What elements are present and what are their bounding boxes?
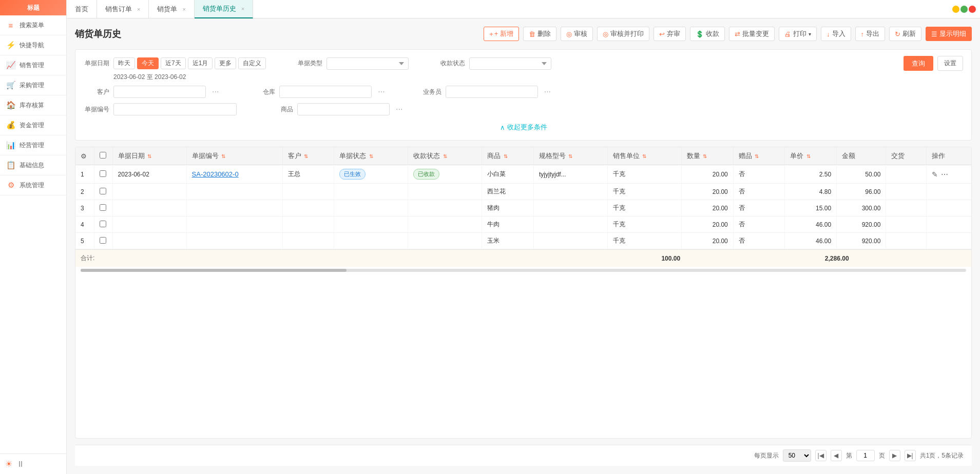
sidebar-item-operations[interactable]: 📊 经营管理 <box>0 135 66 155</box>
edit-icon[interactable]: ✎ <box>932 170 938 179</box>
more-conditions-label: 收起更多条件 <box>507 123 547 132</box>
row-checkbox[interactable] <box>94 165 112 184</box>
sidebar-item-quick-nav[interactable]: ⚡ 快捷导航 <box>0 35 66 55</box>
doc-no-cell[interactable]: SA-20230602-0 <box>186 165 282 184</box>
scrollbar-thumb[interactable] <box>81 269 347 272</box>
operations-label: 操作 <box>932 152 945 160</box>
warehouse-input[interactable] <box>279 86 372 98</box>
delete-button[interactable]: 🗑 删除 <box>523 27 556 41</box>
window-minimize-button[interactable] <box>952 6 959 13</box>
show-detail-button[interactable]: ☰ 显示明细 <box>926 27 972 41</box>
tab-sales-order[interactable]: 销售订单 × <box>97 0 149 18</box>
page-number-input[interactable] <box>856 450 875 461</box>
import-button[interactable]: ↓ 导入 <box>821 27 851 41</box>
batch-change-button[interactable]: ⇄ 批量变更 <box>729 27 775 41</box>
customer-col-header[interactable]: 客户 ⇅ <box>282 147 334 165</box>
salesperson-input[interactable] <box>446 86 538 98</box>
more-icon[interactable]: ⋯ <box>941 170 948 179</box>
warehouse-ellipsis[interactable]: ··· <box>378 87 385 96</box>
sidebar-item-search-menu[interactable]: ≡ 搜索菜单 <box>0 15 66 35</box>
sidebar-item-purchase-mgmt[interactable]: 🛒 采购管理 <box>0 75 66 95</box>
sidebar-item-inventory[interactable]: 🏠 库存核算 <box>0 95 66 115</box>
docno-input[interactable] <box>113 103 237 115</box>
date-btn-1month[interactable]: 近1月 <box>188 57 213 69</box>
export-button[interactable]: ↑ 导出 <box>855 27 886 41</box>
last-page-button[interactable]: ▶| <box>905 450 916 461</box>
row-checkbox[interactable] <box>94 184 112 200</box>
doc-no-col-header[interactable]: 单据编号 ⇅ <box>186 147 282 165</box>
customer-input[interactable] <box>113 86 206 98</box>
date-btn-yesterday[interactable]: 昨天 <box>113 57 135 69</box>
collect-status-cell <box>408 216 482 233</box>
unit-price-col-header[interactable]: 单价 ⇅ <box>785 147 837 165</box>
sidebar-item-label: 搜索菜单 <box>20 21 44 30</box>
audit-print-button[interactable]: ◎ 审核并打印 <box>597 27 649 41</box>
select-all-checkbox[interactable] <box>100 152 106 159</box>
filter-group-doctype: 单据类型 <box>297 57 409 70</box>
collect-status-col-header[interactable]: 收款状态 ⇅ <box>408 147 482 165</box>
prev-page-button[interactable]: ◀ <box>831 450 842 461</box>
sales-unit-cell: 千克 <box>608 184 682 200</box>
quantity-col-header[interactable]: 数量 ⇅ <box>682 147 734 165</box>
filter-area: 单据日期 昨天 今天 近7天 近1月 更多 自定义 单据类型 <box>75 49 972 141</box>
abandon-button[interactable]: ↩ 弃审 <box>654 27 686 41</box>
doc-date-col-header[interactable]: 单据日期 ⇅ <box>112 147 186 165</box>
tab-sales-goods[interactable]: 销货单 × <box>149 0 194 18</box>
doctype-select[interactable] <box>326 57 409 70</box>
tab-sales-history[interactable]: 销货单历史 × <box>195 0 253 18</box>
row-checkbox[interactable] <box>94 233 112 249</box>
data-table: ⚙ 单据日期 ⇅ 单据编号 ⇅ <box>75 147 971 249</box>
sidebar-bottom-icon2[interactable]: ⏸ <box>16 460 25 469</box>
tab-home[interactable]: 首页 <box>67 0 97 18</box>
sidebar-item-system-mgmt[interactable]: ⚙ 系统管理 <box>0 175 66 195</box>
sidebar-item-base-info[interactable]: 📋 基础信息 <box>0 155 66 175</box>
sales-unit-cell: 千克 <box>608 165 682 184</box>
date-btn-custom[interactable]: 自定义 <box>238 57 266 69</box>
sidebar-item-finance[interactable]: 💰 资金管理 <box>0 115 66 135</box>
sidebar-item-sales-mgmt[interactable]: 📈 销售管理 <box>0 55 66 75</box>
collect-status-select[interactable] <box>469 57 551 70</box>
customer-ellipsis[interactable]: ··· <box>212 87 219 96</box>
salesperson-ellipsis[interactable]: ··· <box>544 87 551 96</box>
settings-col-header[interactable]: ⚙ <box>75 147 94 165</box>
goods-col-header[interactable]: 商品 ⇅ <box>482 147 534 165</box>
next-page-button[interactable]: ▶ <box>889 450 900 461</box>
collect-status-cell <box>408 184 482 200</box>
collect-button[interactable]: 💲 收款 <box>690 27 725 41</box>
print-button[interactable]: 🖨 打印 ▾ <box>779 27 817 41</box>
date-btn-7days[interactable]: 近7天 <box>161 57 186 69</box>
tab-sales-history-close[interactable]: × <box>241 6 244 12</box>
settings-button[interactable]: 设置 <box>937 56 963 71</box>
horizontal-scrollbar[interactable] <box>75 267 971 274</box>
tab-sales-order-close[interactable]: × <box>137 6 140 12</box>
doc-status-cell: 已生效 <box>334 165 408 184</box>
goods-ellipsis[interactable]: ··· <box>396 105 402 114</box>
per-page-select[interactable]: 50 100 <box>783 449 811 462</box>
table-settings-icon[interactable]: ⚙ <box>81 152 87 160</box>
first-page-button[interactable]: |◀ <box>815 450 827 461</box>
checkbox-col-header[interactable] <box>94 147 112 165</box>
date-value-display: 2023-06-02 至 2023-06-02 <box>113 73 963 82</box>
quantity-cell: 20.00 <box>682 233 734 249</box>
more-conditions-toggle[interactable]: ∧ 收起更多条件 <box>84 121 963 134</box>
new-button[interactable]: + + 新增 <box>484 27 519 41</box>
query-button[interactable]: 查询 <box>904 56 933 71</box>
tab-sales-goods-close[interactable]: × <box>182 6 185 12</box>
doc-status-col-header[interactable]: 单据状态 ⇅ <box>334 147 408 165</box>
sales-unit-col-header[interactable]: 销售单位 ⇅ <box>608 147 682 165</box>
window-close-button[interactable] <box>969 6 976 13</box>
row-checkbox[interactable] <box>94 216 112 233</box>
amount-cell: 96.00 <box>837 184 886 200</box>
sidebar-bottom-icon1[interactable]: ☀ <box>5 459 12 469</box>
refresh-button[interactable]: ↻ 刷新 <box>889 27 921 41</box>
date-btn-more[interactable]: 更多 <box>215 57 236 69</box>
spec-col-header[interactable]: 规格型号 ⇅ <box>533 147 607 165</box>
audit-button[interactable]: ◎ 审核 <box>561 27 593 41</box>
date-btn-today[interactable]: 今天 <box>137 57 159 69</box>
operations-icon: 📊 <box>6 141 15 150</box>
window-maximize-button[interactable] <box>960 6 968 13</box>
filter-row-3: 单据编号 商品 ··· <box>84 103 963 115</box>
row-checkbox[interactable] <box>94 200 112 216</box>
goods-input[interactable] <box>297 103 390 115</box>
gift-col-header[interactable]: 赠品 ⇅ <box>733 147 785 165</box>
